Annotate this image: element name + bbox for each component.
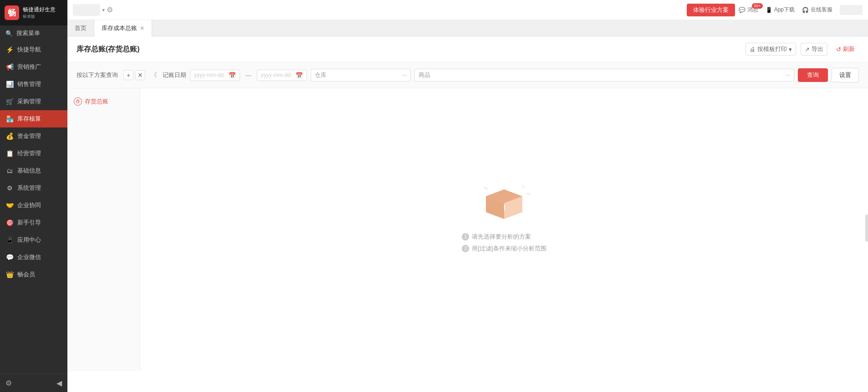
user-avatar[interactable] — [840, 5, 863, 15]
calendar-end-icon[interactable]: 📅 — [296, 72, 303, 79]
settings-btn[interactable]: 设置 — [832, 68, 859, 82]
sidebar-item-marketing[interactable]: 📢 营销推广 — [0, 58, 67, 76]
svg-line-4 — [484, 187, 488, 189]
marketing-icon: 📢 — [5, 63, 14, 71]
sidebar-item-label: 库存核算 — [17, 115, 41, 123]
print-arrow-icon: ▾ — [789, 46, 792, 53]
industry-btn[interactable]: 体验行业方案 — [687, 4, 735, 16]
sidebar-item-label: 系统管理 — [17, 184, 41, 192]
sidebar-item-operation[interactable]: 📋 经营管理 — [0, 145, 67, 162]
left-panel: 存 存货总账 — [67, 88, 140, 371]
gear-icon[interactable]: ⚙ — [107, 5, 113, 14]
filter-fields: 记账日期 yyyy-mm-dd 📅 — yyyy-mm-dd 📅 仓库 ··· … — [163, 68, 859, 82]
sidebar-item-purchase[interactable]: 🛒 采购管理 — [0, 93, 67, 110]
page-actions: 🖨 按模板打印 ▾ ↗ 导出 ↺ 刷新 — [745, 43, 859, 56]
tab-inventory-cost-label: 库存成本总账 — [102, 24, 137, 32]
sidebar-item-sales[interactable]: 📊 销售管理 — [0, 76, 67, 93]
app-download-label: App下载 — [774, 6, 795, 14]
plan-item-label: 存货总账 — [85, 97, 108, 106]
sidebar-item-quick-nav[interactable]: ⚡ 快捷导航 — [0, 41, 67, 58]
filter-label: 按以下方案查询 — [77, 71, 118, 79]
message-item[interactable]: 💬 消息 99+ — [739, 6, 758, 14]
sidebar-item-label: 采购管理 — [17, 97, 41, 106]
filter-add-btn[interactable]: + — [123, 70, 133, 80]
sidebar-item-label: 营销推广 — [17, 63, 41, 71]
filter-remove-btn[interactable]: ✕ — [135, 70, 145, 80]
calendar-start-icon[interactable]: 📅 — [229, 72, 236, 79]
export-label: 导出 — [812, 45, 823, 53]
printer-icon: 🖨 — [750, 46, 756, 53]
export-btn[interactable]: ↗ 导出 — [801, 43, 827, 56]
headset-icon: 🎧 — [802, 7, 809, 13]
sidebar-item-app-center[interactable]: 📱 应用中心 — [0, 231, 67, 249]
tab-home-label: 首页 — [75, 24, 87, 32]
plan-item-icon: 存 — [74, 97, 82, 106]
logo-text: 畅捷通好生意 标准版 — [23, 6, 56, 20]
app-center-icon: 📱 — [5, 236, 14, 244]
phone-icon: 📱 — [766, 7, 772, 13]
filter-bar: 按以下方案查询 + ✕ 《 记账日期 yyyy-mm-dd 📅 — yyyy-m… — [67, 62, 868, 88]
online-service-item[interactable]: 🎧 在线客服 — [802, 6, 832, 14]
filter-collapse-icon[interactable]: 《 — [151, 71, 157, 79]
date-separator: — — [245, 72, 251, 79]
date-start-input[interactable]: yyyy-mm-dd 📅 — [190, 70, 240, 81]
sidebar-item-label: 应用中心 — [17, 236, 41, 244]
tip-num-2: 2 — [462, 245, 469, 252]
warehouse-input[interactable]: 仓库 ··· — [311, 69, 411, 81]
system-icon: ⚙ — [5, 184, 14, 192]
tab-inventory-cost[interactable]: 库存成本总账 ✕ — [94, 20, 152, 36]
breadcrumb-arrow: ▾ — [102, 7, 105, 13]
message-icon: 💬 — [739, 7, 745, 13]
basic-icon: 🗂 — [5, 167, 14, 174]
collapse-icon[interactable]: ◀ — [56, 379, 62, 387]
product-input[interactable]: 商品 ··· — [414, 69, 794, 81]
sidebar-item-label: 快捷导航 — [17, 46, 41, 54]
tab-home[interactable]: 首页 — [67, 20, 94, 36]
empty-area: ! 1 请先选择要分析的方案 2 用[过滤]条件来缩小分析范围 — [140, 88, 868, 371]
sidebar-footer: ⚙ ◀ — [0, 374, 67, 392]
search-menu[interactable]: 🔍 搜索菜单 — [0, 25, 67, 41]
date-label: 记账日期 — [163, 71, 186, 79]
wechat-icon: 💬 — [5, 254, 14, 261]
plan-item[interactable]: 存 存货总账 — [67, 94, 140, 109]
page-title: 库存总账(存货总账) — [77, 45, 140, 54]
sidebar-item-guide[interactable]: 🎯 新手引导 — [0, 214, 67, 231]
product-more-icon[interactable]: ··· — [786, 72, 790, 78]
refresh-label: 刷新 — [843, 45, 855, 53]
tip-text-2: 用[过滤]条件来缩小分析范围 — [472, 243, 546, 255]
app-download-item[interactable]: 📱 App下载 — [766, 6, 795, 14]
scroll-indicator[interactable] — [865, 214, 868, 242]
sidebar-item-cooperation[interactable]: 🤝 企业协同 — [0, 197, 67, 214]
breadcrumb: ▾ ⚙ — [73, 4, 683, 16]
sidebar-item-system[interactable]: ⚙ 系统管理 — [0, 179, 67, 197]
sidebar-item-label: 经营管理 — [17, 149, 41, 158]
sidebar-item-finance[interactable]: 💰 资金管理 — [0, 127, 67, 145]
app-name: 畅捷通好生意 — [23, 6, 56, 14]
filter-actions: + ✕ — [123, 70, 145, 80]
tip-item-1: 1 请先选择要分析的方案 — [462, 231, 546, 243]
warehouse-label: 仓库 — [315, 71, 327, 79]
date-end-input[interactable]: yyyy-mm-dd 📅 — [257, 70, 307, 81]
guide-icon: 🎯 — [5, 219, 14, 226]
empty-tips: 1 请先选择要分析的方案 2 用[过滤]条件来缩小分析范围 — [462, 231, 546, 255]
purchase-icon: 🛒 — [5, 98, 14, 105]
export-icon: ↗ — [805, 46, 810, 53]
print-btn[interactable]: 🖨 按模板打印 ▾ — [745, 43, 796, 56]
finance-icon: 💰 — [5, 132, 14, 140]
sidebar-item-basic[interactable]: 🗂 基础信息 — [0, 162, 67, 179]
sidebar-item-inventory[interactable]: 🏪 库存核算 — [0, 110, 67, 127]
sidebar-item-label: 新手引导 — [17, 219, 41, 227]
quick-nav-icon: ⚡ — [5, 46, 14, 53]
refresh-btn[interactable]: ↺ 刷新 — [832, 43, 859, 56]
warehouse-more-icon[interactable]: ··· — [402, 72, 407, 78]
sidebar-item-member[interactable]: 👑 畅会员 — [0, 266, 67, 283]
settings-footer-icon[interactable]: ⚙ — [5, 379, 12, 387]
sidebar-item-wechat[interactable]: 💬 企业微信 — [0, 249, 67, 266]
tabbar: 首页 库存成本总账 ✕ — [67, 20, 868, 36]
tab-close-icon[interactable]: ✕ — [140, 25, 144, 31]
query-btn[interactable]: 查询 — [798, 68, 828, 82]
empty-illustration: ! — [477, 178, 531, 224]
sidebar-item-label: 基础信息 — [17, 167, 41, 175]
app-logo: 畅 畅捷通好生意 标准版 — [0, 0, 67, 25]
inventory-icon: 🏪 — [5, 115, 14, 122]
